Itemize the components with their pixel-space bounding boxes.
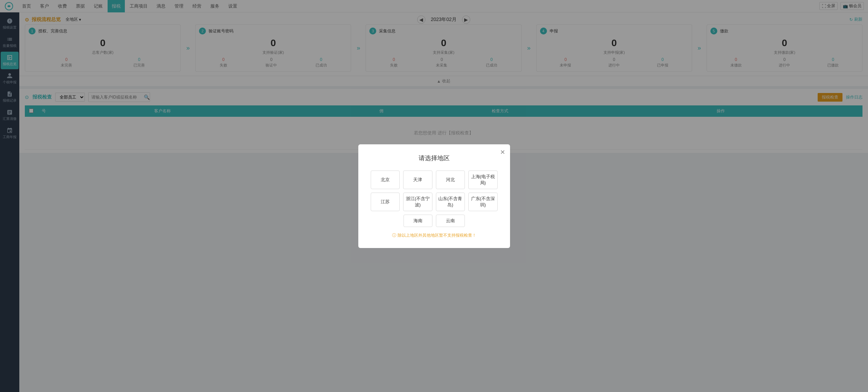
region-shandong[interactable]: 山东(不含青岛)	[436, 193, 465, 211]
region-guangdong[interactable]: 广东(不含深圳)	[468, 193, 498, 211]
warning-icon: ⓘ	[392, 233, 396, 238]
modal-overlay[interactable]: ✕ 请选择地区 北京 天津 河北 上海(电子税局) 江苏 浙江(不含宁波) 山东…	[0, 0, 868, 392]
region-beijing[interactable]: 北京	[371, 171, 400, 189]
region-jiangsu[interactable]: 江苏	[371, 193, 400, 211]
region-shanghai[interactable]: 上海(电子税局)	[468, 171, 498, 189]
region-hebei[interactable]: 河北	[436, 171, 465, 189]
region-row3: 海南 云南	[371, 215, 498, 227]
modal-close-button[interactable]: ✕	[500, 148, 505, 156]
modal-warning: ⓘ 除以上地区外其他地区暂不支持报税检查！	[371, 233, 498, 238]
region-zhejiang[interactable]: 浙江(不含宁波)	[403, 193, 432, 211]
region-hainan[interactable]: 海南	[403, 215, 432, 227]
region-yunnan[interactable]: 云南	[436, 215, 465, 227]
region-tianjin[interactable]: 天津	[403, 171, 432, 189]
region-row2: 江苏 浙江(不含宁波) 山东(不含青岛) 广东(不含深圳)	[371, 193, 498, 211]
modal-dialog: ✕ 请选择地区 北京 天津 河北 上海(电子税局) 江苏 浙江(不含宁波) 山东…	[358, 144, 510, 248]
warning-text: 除以上地区外其他地区暂不支持报税检查！	[398, 233, 476, 238]
region-row1: 北京 天津 河北 上海(电子税局)	[371, 171, 498, 189]
modal-title: 请选择地区	[371, 154, 498, 162]
